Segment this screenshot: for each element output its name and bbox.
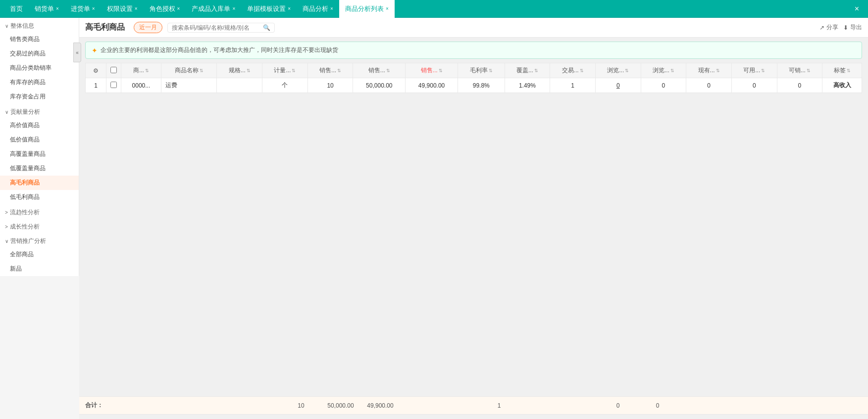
nav-close-analysis-list[interactable]: ×: [386, 6, 389, 11]
row-views1[interactable]: 0: [595, 78, 641, 93]
header-actions: ↗ 分享 ⬇ 导出: [819, 23, 862, 32]
sidebar-section-marketing[interactable]: ∨ 营销推广分析: [0, 233, 79, 247]
search-icon[interactable]: 🔍: [263, 24, 270, 31]
sidebar-item-stocked-goods[interactable]: 有库存的商品: [0, 75, 79, 90]
row-views2: 0: [641, 78, 686, 93]
footer-sales-amount: 50,000.00: [321, 402, 360, 409]
col-settings[interactable]: ⚙: [86, 63, 106, 78]
nav-close-role[interactable]: ×: [177, 6, 180, 11]
row-sales-amount: 50,000.00: [353, 78, 406, 93]
sidebar-item-low-value[interactable]: 低价值商品: [0, 133, 79, 147]
row-stock-available: 0: [731, 78, 777, 93]
nav-item-inbound[interactable]: 产成品入库单 ×: [186, 0, 241, 18]
info-banner: ✦ 企业的主要的利润都是这部分商品创造的，可考虑加大推广，同时关注库存是不要出现…: [85, 42, 862, 59]
main-layout: ∨ 整体信息 销售类商品 交易过的商品 商品分类助销率 有库存的商品 库存资金占…: [0, 18, 868, 419]
table-header-row: ⚙ 商...⇅ 商品名称⇅ 规格...⇅ 计量...⇅ 销售...⇅ 销售...…: [86, 63, 862, 78]
nav-item-sales[interactable]: 销货单 ×: [29, 0, 65, 18]
sidebar: ∨ 整体信息 销售类商品 交易过的商品 商品分类助销率 有库存的商品 库存资金占…: [0, 18, 79, 276]
nav-item-permission[interactable]: 权限设置 ×: [101, 0, 144, 18]
row-code: 0000...: [121, 78, 161, 93]
col-gross-margin[interactable]: 毛利率⇅: [458, 63, 505, 78]
data-table: ⚙ 商...⇅ 商品名称⇅ 规格...⇅ 计量...⇅ 销售...⇅ 销售...…: [85, 63, 862, 93]
col-unit[interactable]: 计量...⇅: [262, 63, 308, 78]
sidebar-item-category-rate[interactable]: 商品分类助销率: [0, 61, 79, 75]
row-tag: 高收入: [822, 78, 862, 93]
search-input[interactable]: [172, 24, 261, 31]
footer-label: 合计：: [85, 401, 103, 410]
footer-sales-cost: 49,900.00: [360, 402, 400, 409]
row-spec: [217, 78, 262, 93]
sidebar-item-new-goods[interactable]: 新品: [0, 262, 79, 276]
nav-item-analysis-list[interactable]: 商品分析列表 ×: [339, 0, 395, 18]
nav-right: ×: [850, 4, 864, 13]
share-button[interactable]: ↗ 分享: [819, 23, 838, 32]
sidebar-wrapper: ∨ 整体信息 销售类商品 交易过的商品 商品分类助销率 有库存的商品 库存资金占…: [0, 18, 79, 419]
col-views1[interactable]: 浏览...⇅: [595, 63, 641, 78]
col-sales-cost[interactable]: 销售...⇅: [406, 63, 458, 78]
nav-close-template[interactable]: ×: [288, 6, 291, 11]
select-all-checkbox[interactable]: [110, 67, 117, 73]
sidebar-section-overall[interactable]: ∨ 整体信息: [0, 18, 79, 32]
col-checkbox[interactable]: [106, 63, 121, 78]
nav-item-role[interactable]: 角色授权 ×: [144, 0, 186, 18]
nav-close-permission[interactable]: ×: [135, 6, 138, 11]
sidebar-collapse-button[interactable]: «: [73, 43, 81, 62]
col-trade[interactable]: 交易...⇅: [550, 63, 596, 78]
nav-close-inbound[interactable]: ×: [232, 6, 235, 11]
window-close-button[interactable]: ×: [850, 4, 864, 13]
col-views2[interactable]: 浏览...⇅: [641, 63, 686, 78]
sidebar-item-high-value[interactable]: 高价值商品: [0, 118, 79, 133]
period-button[interactable]: 近一月: [134, 22, 162, 33]
nav-close-purchase[interactable]: ×: [92, 6, 95, 11]
col-stock-current[interactable]: 现有...⇅: [686, 63, 732, 78]
nav-item-home[interactable]: 首页: [4, 0, 29, 18]
col-stock-saleable[interactable]: 可销...⇅: [777, 63, 822, 78]
nav-item-purchase[interactable]: 进货单 ×: [65, 0, 101, 18]
col-spec[interactable]: 规格...⇅: [217, 63, 262, 78]
share-icon: ↗: [819, 24, 824, 31]
sidebar-section-growth[interactable]: > 成长性分析: [0, 219, 79, 233]
row-unit: 个: [262, 78, 308, 93]
sidebar-item-high-margin[interactable]: 高毛利商品: [0, 176, 79, 190]
arrow-overall: ∨: [5, 23, 8, 29]
sidebar-item-sales-goods[interactable]: 销售类商品: [0, 32, 79, 47]
bottom-scrollbar[interactable]: [79, 414, 868, 419]
col-code[interactable]: 商...⇅: [121, 63, 161, 78]
table-wrapper[interactable]: ⚙ 商...⇅ 商品名称⇅ 规格...⇅ 计量...⇅ 销售...⇅ 销售...…: [79, 63, 868, 396]
row-index: 1: [86, 78, 106, 93]
footer-stock-available: 0: [638, 402, 677, 409]
nav-close-analysis[interactable]: ×: [330, 6, 333, 11]
sidebar-item-stock-capital[interactable]: 库存资金占用: [0, 90, 79, 104]
page-title: 高毛利商品: [85, 22, 125, 33]
row-sales-qty: 10: [307, 78, 353, 93]
row-sales-cost: 49,900.00: [406, 78, 458, 93]
col-name[interactable]: 商品名称⇅: [161, 63, 217, 78]
col-coverage[interactable]: 覆盖...⇅: [505, 63, 550, 78]
col-sales-amount[interactable]: 销售...⇅: [353, 63, 406, 78]
footer-empty1: [400, 402, 440, 409]
col-sales-qty[interactable]: 销售...⇅: [307, 63, 353, 78]
col-tag[interactable]: 标签⇅: [822, 63, 862, 78]
row-trade: 1: [550, 78, 596, 93]
footer-stock-current: 0: [598, 402, 638, 409]
sidebar-item-low-coverage[interactable]: 低覆盖量商品: [0, 161, 79, 176]
export-icon: ⬇: [843, 24, 848, 31]
col-stock-available[interactable]: 可用...⇅: [731, 63, 777, 78]
sidebar-item-all-goods[interactable]: 全部商品: [0, 247, 79, 262]
content-area: 高毛利商品 近一月 🔍 ↗ 分享 ⬇ 导出 ✦ 企业的主要的利润都是这部分商品创…: [79, 18, 868, 419]
nav-item-analysis[interactable]: 商品分析 ×: [297, 0, 339, 18]
sidebar-section-flow[interactable]: > 流趋性分析: [0, 204, 79, 219]
sidebar-item-high-coverage[interactable]: 高覆盖量商品: [0, 147, 79, 161]
row-stock-current: 0: [686, 78, 732, 93]
nav-close-sales[interactable]: ×: [56, 6, 59, 11]
row-name[interactable]: 运费: [161, 78, 217, 93]
sidebar-section-contribution[interactable]: ∨ 贡献量分析: [0, 104, 79, 118]
arrow-flow: >: [5, 210, 8, 215]
row-coverage: 1.49%: [505, 78, 550, 93]
sidebar-item-low-margin[interactable]: 低毛利商品: [0, 190, 79, 204]
arrow-marketing: ∨: [5, 238, 8, 244]
export-button[interactable]: ⬇ 导出: [843, 23, 862, 32]
nav-item-template[interactable]: 单据模板设置 ×: [241, 0, 297, 18]
sidebar-item-traded-goods[interactable]: 交易过的商品: [0, 47, 79, 61]
row-checkbox[interactable]: [106, 78, 121, 93]
